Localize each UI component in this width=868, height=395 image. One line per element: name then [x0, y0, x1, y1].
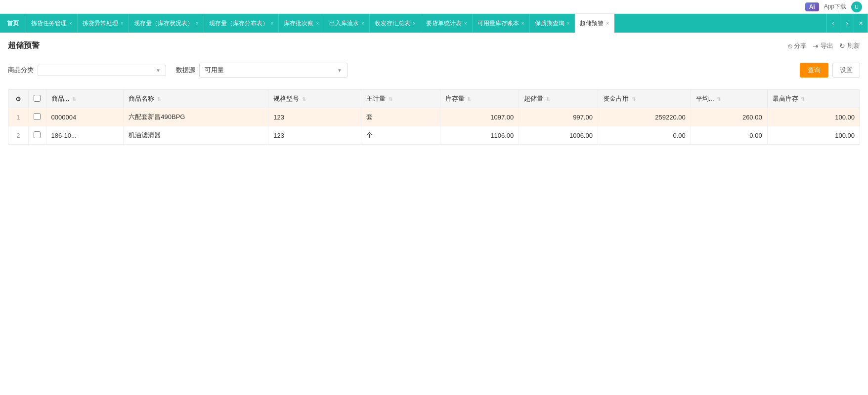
col-label-capital: 资金占用: [603, 95, 629, 102]
table-row: 2 186-10... 机油滤清器 123 个 1106.00 1006.00 …: [8, 126, 860, 145]
row-num-1: 2: [8, 126, 28, 145]
nav-tab-close-t5[interactable]: ×: [316, 21, 319, 26]
gear-icon: ⚙: [15, 95, 21, 103]
row-stock-1: 1106.00: [440, 126, 519, 145]
col-label-overflow: 超储量: [524, 95, 543, 102]
nav-arrow-close[interactable]: ×: [854, 14, 868, 33]
col-label-spec: 规格型号: [273, 95, 299, 102]
page-container: 超储预警 ⎋ 分享 ⇥ 导出 ↻ 刷新 商品分类 ▼ 数据源: [0, 33, 868, 395]
sort-icon-name: ⇅: [157, 96, 161, 102]
sort-icon-spec: ⇅: [302, 96, 306, 102]
nav-tab-t9[interactable]: 可用量库存账本×: [473, 14, 530, 33]
ai-button[interactable]: Ai: [805, 2, 819, 11]
row-capital-0: 259220.00: [598, 108, 691, 126]
export-link[interactable]: ⇥ 导出: [813, 41, 833, 50]
nav-tab-close-t6[interactable]: ×: [361, 21, 364, 26]
row-checkbox-1[interactable]: [28, 126, 46, 145]
row-unit-1: 个: [361, 126, 440, 145]
nav-tab-t8[interactable]: 要货单统计表×: [421, 14, 473, 33]
nav-tab-t1[interactable]: 拣货任务管理×: [26, 14, 78, 33]
app-download-link[interactable]: App下载: [824, 2, 846, 11]
row-stock-0: 1097.00: [440, 108, 519, 126]
select-all-checkbox[interactable]: [34, 95, 41, 102]
share-icon: ⎋: [788, 42, 792, 50]
row-unit-0: 套: [361, 108, 440, 126]
datasource-value: 可用量: [205, 66, 224, 75]
row-spec-1: 123: [268, 126, 361, 145]
datasource-select[interactable]: 可用量 ▼: [199, 63, 347, 78]
row-capital-1: 0.00: [598, 126, 691, 145]
col-header-stock[interactable]: 库存量 ⇅: [440, 90, 519, 108]
col-header-maxstock[interactable]: 最高库存 ⇅: [767, 90, 860, 108]
nav-tab-label-t4: 现存量（库存分布表）: [209, 19, 268, 28]
nav-tab-t7[interactable]: 收发存汇总表×: [370, 14, 421, 33]
col-header-spec[interactable]: 规格型号 ⇅: [268, 90, 361, 108]
avatar[interactable]: U: [851, 1, 862, 12]
category-select[interactable]: ▼: [38, 65, 166, 76]
datasource-label: 数据源: [176, 66, 195, 75]
col-header-checkbox: [28, 90, 46, 108]
nav-arrows: ‹ › ×: [826, 14, 868, 33]
row-maxstock-0: 100.00: [767, 108, 860, 126]
nav-tab-close-t1[interactable]: ×: [69, 21, 72, 26]
nav-tab-t2[interactable]: 拣货异常处理×: [78, 14, 129, 33]
col-label-maxstock: 最高库存: [773, 95, 798, 102]
row-select-1[interactable]: [34, 131, 41, 138]
table-header-row: ⚙ 商品... ⇅ 商品名称 ⇅ 规格型号 ⇅: [8, 90, 860, 108]
header-actions: ⎋ 分享 ⇥ 导出 ↻ 刷新: [788, 41, 860, 50]
nav-tab-close-t11[interactable]: ×: [606, 21, 609, 26]
row-maxstock-1: 100.00: [767, 126, 860, 145]
col-header-overflow[interactable]: 超储量 ⇅: [519, 90, 598, 108]
nav-tab-t11[interactable]: 超储预警×: [575, 14, 614, 33]
col-label-unit: 主计量: [366, 95, 386, 102]
nav-tab-close-t3[interactable]: ×: [196, 21, 199, 26]
row-spec-0: 123: [268, 108, 361, 126]
row-num-0: 1: [8, 108, 28, 126]
row-overflow-1: 1006.00: [519, 126, 598, 145]
table-container: ⚙ 商品... ⇅ 商品名称 ⇅ 规格型号 ⇅: [8, 89, 860, 145]
nav-tab-t4[interactable]: 现存量（库存分布表）×: [204, 14, 279, 33]
row-checkbox-0[interactable]: [28, 108, 46, 126]
nav-tab-t3[interactable]: 现存量（库存状况表）×: [129, 14, 204, 33]
col-label-code: 商品...: [51, 95, 70, 102]
col-header-settings[interactable]: ⚙: [8, 90, 28, 108]
top-bar: Ai App下载 U: [0, 0, 868, 14]
col-header-code[interactable]: 商品... ⇅: [46, 90, 124, 108]
nav-arrow-left[interactable]: ‹: [826, 14, 840, 33]
row-code-1: 186-10...: [46, 126, 124, 145]
row-avg-0: 260.00: [691, 108, 767, 126]
col-label-avg: 平均...: [696, 95, 714, 102]
settings-button[interactable]: 设置: [832, 63, 860, 78]
filter-bar: 商品分类 ▼ 数据源 可用量 ▼ 查询 设置: [8, 58, 860, 82]
category-label: 商品分类: [8, 66, 34, 75]
query-button[interactable]: 查询: [800, 63, 828, 78]
row-overflow-0: 997.00: [519, 108, 598, 126]
refresh-link[interactable]: ↻ 刷新: [839, 41, 860, 50]
datasource-filter: 数据源 可用量 ▼: [176, 63, 347, 78]
nav-tab-close-t8[interactable]: ×: [464, 21, 467, 26]
nav-tab-label-t6: 出入库流水: [329, 19, 359, 28]
share-link[interactable]: ⎋ 分享: [788, 41, 807, 50]
page-title: 超储预警: [8, 40, 40, 51]
nav-tab-t10[interactable]: 保质期查询×: [530, 14, 575, 33]
col-header-unit[interactable]: 主计量 ⇅: [361, 90, 440, 108]
nav-tab-label-t5: 库存批次账: [284, 19, 313, 28]
nav-tab-t5[interactable]: 库存批次账×: [279, 14, 324, 33]
nav-tab-close-t9[interactable]: ×: [521, 21, 524, 26]
nav-bar: 首页 拣货任务管理×拣货异常处理×现存量（库存状况表）×现存量（库存分布表）×库…: [0, 14, 868, 33]
nav-tab-label-t10: 保质期查询: [535, 19, 564, 28]
row-select-0[interactable]: [34, 113, 41, 120]
nav-tab-close-t7[interactable]: ×: [413, 21, 416, 26]
sort-icon-maxstock: ⇅: [801, 96, 805, 102]
nav-tab-label-t11: 超储预警: [580, 19, 604, 28]
col-header-capital[interactable]: 资金占用 ⇅: [598, 90, 691, 108]
col-header-name[interactable]: 商品名称 ⇅: [124, 90, 268, 108]
nav-tab-t6[interactable]: 出入库流水×: [324, 14, 370, 33]
nav-tab-close-t2[interactable]: ×: [121, 21, 124, 26]
nav-tab-close-t4[interactable]: ×: [271, 21, 274, 26]
nav-tab-close-t10[interactable]: ×: [567, 21, 570, 26]
nav-arrow-right[interactable]: ›: [840, 14, 854, 33]
nav-home[interactable]: 首页: [0, 14, 26, 33]
sort-icon-stock: ⇅: [467, 96, 471, 102]
col-header-avg[interactable]: 平均... ⇅: [691, 90, 767, 108]
